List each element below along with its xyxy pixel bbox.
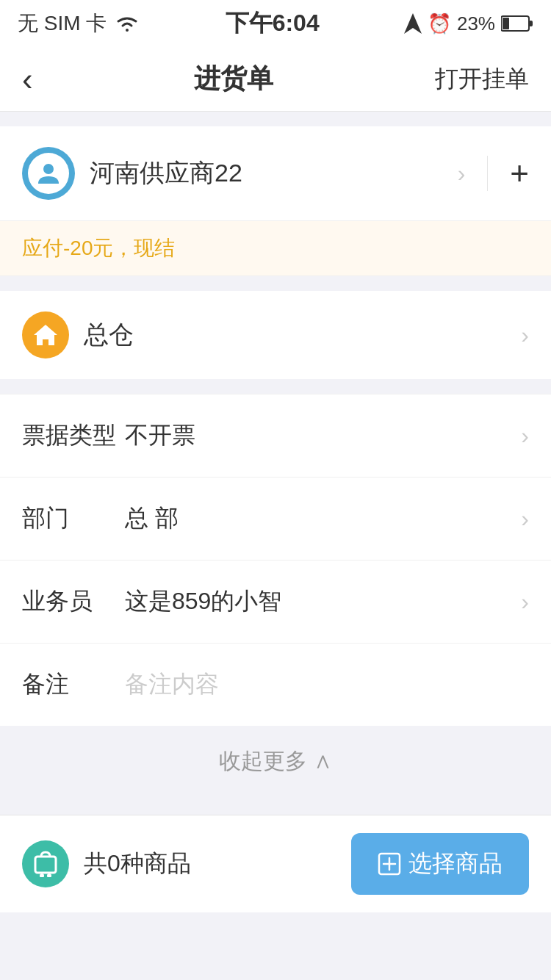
person-icon (37, 162, 60, 185)
invoice-type-row[interactable]: 票据类型 不开票 › (0, 394, 551, 477)
supplier-row[interactable]: 河南供应商22 › + (0, 126, 551, 221)
select-product-label: 选择商品 (408, 848, 503, 880)
status-bar: 无 SIM 卡 下午6:04 ⏰ 23% (0, 0, 551, 47)
page-title: 进货单 (194, 61, 273, 97)
product-icon-wrap (22, 840, 69, 887)
department-label: 部门 (22, 502, 125, 535)
svg-rect-6 (35, 857, 56, 873)
house-icon (32, 322, 59, 348)
cart-icon (32, 851, 59, 877)
location-icon (404, 13, 422, 34)
network-status: 无 SIM 卡 (18, 10, 107, 37)
status-left: 无 SIM 卡 (18, 10, 140, 37)
back-button[interactable]: ‹ (22, 63, 33, 96)
invoice-type-value: 不开票 (125, 419, 521, 452)
status-right: ⏰ 23% (404, 12, 533, 35)
add-supplier-button[interactable]: + (510, 157, 529, 190)
salesperson-label: 业务员 (22, 586, 125, 618)
collapse-row[interactable]: 收起更多 ∧ (0, 726, 551, 797)
remark-label: 备注 (22, 669, 125, 701)
department-row[interactable]: 部门 总 部 › (0, 477, 551, 560)
warehouse-chevron-icon: › (521, 322, 529, 349)
divider-2 (0, 276, 551, 291)
collapse-label: 收起更多 ∧ (219, 746, 331, 777)
invoice-type-label: 票据类型 (22, 419, 125, 452)
open-hang-button[interactable]: 打开挂单 (435, 63, 529, 96)
remark-row[interactable]: 备注 备注内容 (0, 643, 551, 726)
product-bar: 共0种商品 选择商品 (0, 815, 551, 912)
page-background (0, 912, 551, 980)
invoice-chevron-icon: › (521, 422, 529, 450)
select-product-button[interactable]: 选择商品 (351, 833, 529, 895)
wifi-icon (114, 14, 140, 33)
warehouse-section: 总仓 › (0, 291, 551, 379)
svg-rect-3 (503, 18, 509, 29)
svg-point-8 (47, 873, 51, 877)
form-section: 票据类型 不开票 › 部门 总 部 › 业务员 这是859的小智 › 备注 备注… (0, 394, 551, 726)
warehouse-name: 总仓 (84, 318, 521, 352)
supplier-chevron-icon: › (458, 160, 466, 187)
department-value: 总 部 (125, 502, 521, 535)
nav-bar: ‹ 进货单 打开挂单 (0, 47, 551, 112)
alarm-icon: ⏰ (428, 12, 451, 35)
divider-3 (0, 379, 551, 394)
notice-text: 应付-20元，现结 (22, 237, 175, 259)
salesperson-value: 这是859的小智 (125, 586, 521, 618)
department-chevron-icon: › (521, 505, 529, 533)
battery-icon (501, 15, 533, 32)
svg-rect-2 (529, 21, 533, 26)
avatar-inner (28, 153, 69, 194)
salesperson-chevron-icon: › (521, 588, 529, 616)
svg-point-4 (43, 164, 54, 174)
svg-marker-5 (34, 325, 57, 345)
svg-marker-0 (404, 13, 422, 34)
product-count: 共0种商品 (84, 848, 351, 880)
status-time: 下午6:04 (226, 7, 320, 40)
battery-text: 23% (457, 12, 495, 35)
salesperson-row[interactable]: 业务员 这是859的小智 › (0, 560, 551, 643)
warehouse-row[interactable]: 总仓 › (0, 291, 551, 379)
divider-top (0, 112, 551, 126)
remark-placeholder: 备注内容 (125, 669, 529, 701)
supplier-avatar (22, 147, 75, 200)
warehouse-icon-wrap (22, 311, 69, 359)
divider-4 (0, 797, 551, 812)
notice-banner: 应付-20元，现结 (0, 221, 551, 276)
supplier-name: 河南供应商22 (90, 156, 458, 190)
supplier-section: 河南供应商22 › + 应付-20元，现结 (0, 126, 551, 276)
select-product-icon (378, 852, 401, 876)
svg-point-7 (40, 873, 44, 877)
vertical-divider (487, 156, 488, 191)
